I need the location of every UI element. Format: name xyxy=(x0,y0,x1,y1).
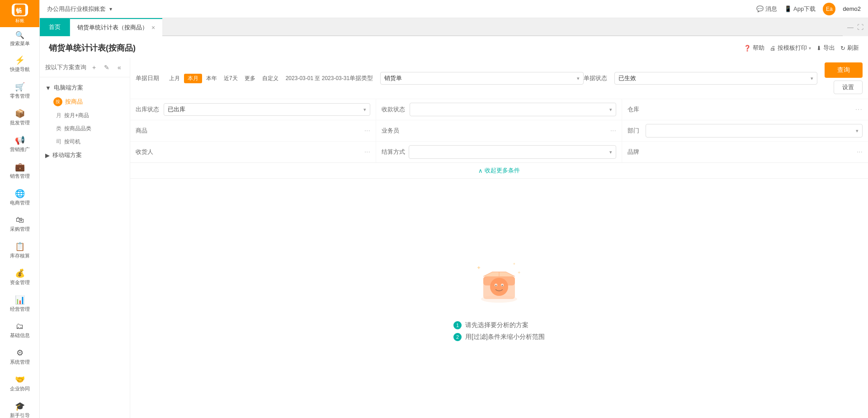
type-select-arrow: ▾ xyxy=(577,76,580,81)
type-select[interactable]: 销货单 ▾ xyxy=(380,72,583,85)
date-btn-this-month[interactable]: 本月 xyxy=(184,74,202,83)
export-button[interactable]: ⬇ 导出 xyxy=(816,44,835,52)
sidebar-item-search[interactable]: 🔍 搜索菜单 xyxy=(0,27,39,51)
salesperson-input[interactable]: ··· xyxy=(404,124,616,138)
app-download-icon: 📱 xyxy=(784,5,792,12)
page-header-actions: ❓ 帮助 🖨 按模板打印 ▾ ⬇ 导出 ↻ 刷新 xyxy=(744,44,859,52)
filter-recipient: 收货人 ··· xyxy=(130,142,376,162)
date-range-text: 2023-03-01 至 2023-03-31 xyxy=(286,75,349,82)
svg-text:✦: ✦ xyxy=(513,262,516,266)
recipient-dots[interactable]: ··· xyxy=(364,148,370,156)
sidebar-item-operation[interactable]: 📊 经营管理 xyxy=(0,290,39,317)
status-filter-group: 单据状态 已生效 ▾ xyxy=(584,72,817,85)
content-right: 单据日期 上月 本月 本年 近7天 更多 自定义 2023-03-01 至 20… xyxy=(130,58,868,418)
refresh-button[interactable]: ↻ 刷新 xyxy=(840,44,859,52)
sidebar-item-inventory[interactable]: 📋 库存核算 xyxy=(0,237,39,264)
sidebar-item-marketing-label: 营销推广 xyxy=(10,146,30,153)
inventory-icon: 📋 xyxy=(15,242,25,252)
sidebar-item-quick-nav[interactable]: ⚡ 快捷导航 xyxy=(0,51,39,77)
plan-group-desktop-header[interactable]: ▼ 电脑端方案 xyxy=(40,81,130,95)
topbar-dropdown-icon[interactable]: ▾ xyxy=(109,6,112,12)
message-label: 消息 xyxy=(765,5,777,13)
plan-item-month-icon: 月 xyxy=(56,112,61,119)
plan-item-by-goods[interactable]: 按 按商品 xyxy=(40,95,130,109)
message-button[interactable]: 💬 消息 xyxy=(756,5,777,13)
left-panel-title: 按以下方案查询 xyxy=(45,63,86,71)
page-title: 销货单统计计表(按商品) xyxy=(49,43,136,53)
print-button[interactable]: 🖨 按模板打印 ▾ xyxy=(770,44,811,52)
collapse-panel-button[interactable]: « xyxy=(114,62,124,72)
receipt-select[interactable]: ▾ xyxy=(410,103,616,116)
help-button[interactable]: ❓ 帮助 xyxy=(744,44,764,52)
export-label: 导出 xyxy=(823,44,835,52)
sidebar-item-sales[interactable]: 💼 销售管理 xyxy=(0,157,39,184)
tabs-bar: 首页 销货单统计计表（按商品） × — ⛶ xyxy=(40,18,868,36)
sidebar-item-ecommerce[interactable]: 🌐 电商管理 xyxy=(0,184,39,211)
date-buttons: 上月 本月 本年 近7天 更多 自定义 xyxy=(166,74,281,83)
date-btn-custom[interactable]: 自定义 xyxy=(259,74,281,83)
brand-dots[interactable]: ··· xyxy=(857,148,863,156)
topbar-title: 办公用品行业模拟账套 xyxy=(47,5,106,13)
add-plan-button[interactable]: + xyxy=(89,62,99,72)
plan-item-by-goods-label: 按商品 xyxy=(65,98,83,106)
recipient-input[interactable]: ··· xyxy=(158,145,370,159)
app-download-label: App下载 xyxy=(793,5,816,13)
filter-brand: 品牌 ··· xyxy=(622,142,868,162)
goods-input[interactable]: ··· xyxy=(154,124,370,138)
guide-icon: 🎓 xyxy=(15,401,25,411)
plan-item-by-month-goods[interactable]: 月 按月+商品 xyxy=(40,109,130,122)
sidebar-item-basic-label: 基础信息 xyxy=(10,332,30,339)
tab-sales-stat[interactable]: 销货单统计计表（按商品） × xyxy=(70,18,162,36)
sidebar-item-finance[interactable]: 💰 资金管理 xyxy=(0,264,39,290)
plan-item-by-company[interactable]: 司 按司机 xyxy=(40,135,130,148)
sidebar-item-operation-label: 经营管理 xyxy=(10,306,30,313)
brand-input[interactable]: ··· xyxy=(646,145,863,159)
plan-tree: ▼ 电脑端方案 按 按商品 月 按月+商品 类 xyxy=(40,77,130,166)
print-dropdown-icon[interactable]: ▾ xyxy=(809,46,811,51)
collapse-bar[interactable]: ∧ 收起更多条件 xyxy=(130,162,868,178)
sidebar-item-purchase[interactable]: 🛍 采购管理 xyxy=(0,211,39,237)
warehouse-dots[interactable]: ··· xyxy=(855,105,863,114)
dept-select[interactable]: ▾ xyxy=(646,124,863,138)
plan-group-mobile-header[interactable]: ▶ 移动端方案 xyxy=(40,148,130,162)
logo-area[interactable]: 畅 标账 xyxy=(0,0,39,27)
tab-minimize-icon[interactable]: — xyxy=(847,24,854,31)
sidebar-item-marketing[interactable]: 📢 营销推广 xyxy=(0,131,39,157)
date-btn-last-month[interactable]: 上月 xyxy=(166,74,183,83)
sidebar-item-retail[interactable]: 🛒 零售管理 xyxy=(0,77,39,104)
help-label: 帮助 xyxy=(753,44,764,52)
date-btn-more[interactable]: 更多 xyxy=(242,74,258,83)
warehouse-input[interactable]: ··· xyxy=(646,103,863,116)
filter-section: 单据日期 上月 本月 本年 近7天 更多 自定义 2023-03-01 至 20… xyxy=(130,58,868,179)
status-label: 单据状态 xyxy=(584,74,612,82)
goods-dots[interactable]: ··· xyxy=(364,127,370,135)
sidebar-item-guide[interactable]: 🎓 新手引导 xyxy=(0,397,39,418)
settlement-select[interactable]: ▾ xyxy=(409,145,616,159)
sidebar-item-enterprise[interactable]: 🤝 企业协同 xyxy=(0,370,39,397)
avatar[interactable]: Ea xyxy=(823,3,835,15)
filter-outbound: 出库状态 已出库 ▾ xyxy=(130,99,376,120)
status-select[interactable]: 已生效 ▾ xyxy=(614,72,817,85)
tab-maximize-icon[interactable]: ⛶ xyxy=(857,24,863,31)
settings-button[interactable]: 设置 xyxy=(834,81,863,94)
sidebar-item-basic[interactable]: 🗂 基础信息 xyxy=(0,317,39,343)
plan-item-by-goods-category[interactable]: 类 按商品品类 xyxy=(40,122,130,135)
filter-dept: 部门 ▾ xyxy=(622,120,868,141)
collapse-icon: ∧ xyxy=(478,167,483,174)
filter-row-4: 收货人 ··· 结算方式 ▾ xyxy=(130,142,868,162)
receipt-arrow: ▾ xyxy=(609,107,612,113)
outbound-label: 出库状态 xyxy=(136,105,164,114)
sidebar-item-system-label: 系统管理 xyxy=(10,359,30,366)
app-download-button[interactable]: 📱 App下载 xyxy=(784,5,816,13)
salesperson-dots[interactable]: ··· xyxy=(610,127,616,135)
edit-plan-button[interactable]: ✎ xyxy=(102,62,112,72)
plan-item-company-icon: 司 xyxy=(56,138,61,146)
outbound-select[interactable]: 已出库 ▾ xyxy=(164,103,370,116)
tab-home[interactable]: 首页 xyxy=(40,18,70,36)
query-button[interactable]: 查询 xyxy=(825,62,863,78)
tab-sales-stat-close[interactable]: × xyxy=(151,24,155,31)
date-btn-7days[interactable]: 近7天 xyxy=(221,74,241,83)
sidebar-item-wholesale[interactable]: 📦 批发管理 xyxy=(0,104,39,131)
sidebar-item-system[interactable]: ⚙ 系统管理 xyxy=(0,343,39,370)
date-btn-this-year[interactable]: 本年 xyxy=(203,74,220,83)
